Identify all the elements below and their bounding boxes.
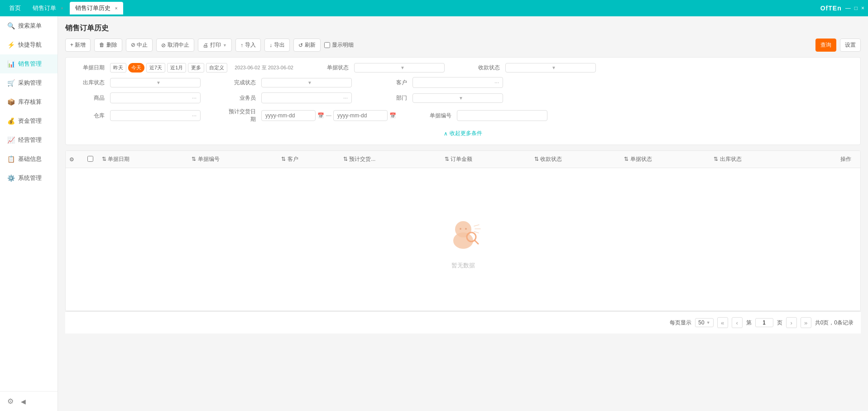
- empty-row: 暂无数据: [66, 168, 860, 311]
- sidebar-item-sales-label: 销售管理: [18, 60, 42, 68]
- delivery-date-from[interactable]: [261, 110, 316, 121]
- complete-status-label: 完成状态: [224, 79, 256, 87]
- search-icon: 🔍: [7, 22, 14, 29]
- new-button[interactable]: + 新增: [65, 39, 91, 52]
- import-button[interactable]: ↑ ↑ 导入 导入: [235, 39, 261, 52]
- sidebar-item-quick-nav[interactable]: ⚡ 快捷导航: [0, 35, 58, 54]
- filter-row-1: 单据日期 昨天 今天 近7天 近1月 更多 自定义 2023-06-02 至 2…: [73, 63, 853, 73]
- sidebar-settings-icon[interactable]: ⚙: [7, 397, 14, 406]
- table-settings-icon[interactable]: ⚙: [69, 156, 74, 163]
- tab-sales-order-close[interactable]: ×: [61, 6, 63, 11]
- goods-input[interactable]: ···: [110, 92, 201, 103]
- th-amount: ⇅ 订单金额: [441, 151, 531, 168]
- page-size-select[interactable]: 50 ▼: [695, 318, 713, 327]
- restore-button[interactable]: □: [854, 5, 858, 11]
- date-yesterday-btn[interactable]: 昨天: [110, 63, 126, 73]
- purchase-icon: 🛒: [7, 79, 14, 87]
- date-today-btn[interactable]: 今天: [128, 63, 144, 73]
- next-page-button[interactable]: ›: [786, 317, 797, 328]
- sidebar-item-search-label: 搜索菜单: [18, 22, 42, 30]
- tab-home[interactable]: 首页: [4, 2, 26, 15]
- prev-page-button[interactable]: ‹: [732, 317, 743, 328]
- customer-input[interactable]: ···: [412, 77, 503, 88]
- th-checkbox[interactable]: [84, 151, 98, 168]
- export-button[interactable]: ↓ 导出: [264, 39, 290, 52]
- select-all-checkbox[interactable]: [87, 156, 93, 162]
- department-select[interactable]: ▼: [412, 93, 503, 103]
- sidebar-item-inventory[interactable]: 📦 库存核算: [0, 92, 58, 111]
- out-status-select[interactable]: ▼: [110, 78, 201, 87]
- first-page-button[interactable]: «: [717, 317, 728, 328]
- settings-button[interactable]: 设置: [840, 39, 861, 52]
- date-more-btn[interactable]: 更多: [188, 63, 204, 73]
- svg-point-3: [465, 228, 467, 230]
- export-icon: ↓: [269, 42, 272, 48]
- svg-line-5: [475, 240, 478, 244]
- calendar-from-icon[interactable]: 📅: [317, 112, 324, 119]
- delete-button[interactable]: 🗑 删除: [94, 39, 122, 52]
- content-area: 销售订单历史 + 新增 🗑 删除 ⊘ 中止 ⊘ 取消中止 🖨 🖨 打印 打印 ▼…: [58, 16, 868, 411]
- salesperson-input[interactable]: ···: [261, 92, 352, 103]
- sidebar-item-purchase[interactable]: 🛒 采购管理: [0, 73, 58, 92]
- date-label: 单据日期: [73, 64, 105, 72]
- stop-button[interactable]: ⊘ 中止: [126, 39, 153, 52]
- table-header-row: ⚙ ⇅ 单据日期 ⇅ 单据编号 ⇅ 客户: [66, 151, 860, 168]
- sidebar: 🔍 搜索菜单 ⚡ 快捷导航 📊 销售管理 🛒 采购管理 📦 库存核算 💰 资金管…: [0, 16, 58, 411]
- salesperson-label: 业务员: [224, 94, 256, 102]
- out-status-arrow-icon: ▼: [156, 80, 197, 85]
- warehouse-label: 仓库: [73, 112, 105, 120]
- basic-info-icon: 📋: [7, 155, 14, 163]
- date-7days-btn[interactable]: 近7天: [146, 63, 165, 73]
- tab-sales-history-close[interactable]: ×: [115, 6, 118, 11]
- sidebar-item-basic-info[interactable]: 📋 基础信息: [0, 150, 58, 169]
- sidebar-collapse-icon[interactable]: ◀: [21, 398, 26, 405]
- receipt-status-select[interactable]: ▼: [505, 63, 596, 73]
- tab-sales-history[interactable]: 销售订单历史 ×: [70, 2, 123, 15]
- calendar-to-icon[interactable]: 📅: [389, 112, 396, 119]
- th-delivery: ⇅ 预计交货...: [340, 151, 441, 168]
- sidebar-item-basic-info-label: 基础信息: [18, 155, 42, 163]
- sidebar-item-search[interactable]: 🔍 搜索菜单: [0, 16, 58, 35]
- finance-icon: 💰: [7, 117, 14, 125]
- date-1month-btn[interactable]: 近1月: [167, 63, 186, 73]
- sidebar-item-system[interactable]: ⚙️ 系统管理: [0, 169, 58, 188]
- minimize-button[interactable]: —: [845, 5, 851, 11]
- tab-sales-history-label: 销售订单历史: [75, 4, 110, 12]
- show-detail-checkbox[interactable]: [324, 42, 330, 48]
- collapse-up-icon: ∧: [444, 131, 448, 137]
- quick-nav-icon: ⚡: [7, 41, 14, 48]
- th-settings[interactable]: ⚙: [66, 151, 84, 168]
- warehouse-dots-icon: ···: [192, 112, 197, 119]
- receipt-status-arrow-icon: ▼: [551, 65, 592, 70]
- query-button[interactable]: 查询: [815, 39, 836, 52]
- svg-line-8: [474, 232, 479, 233]
- warehouse-input[interactable]: ···: [110, 110, 201, 121]
- sidebar-item-sales[interactable]: 📊 销售管理: [0, 54, 58, 73]
- page-size-value: 50: [698, 319, 704, 326]
- refresh-button[interactable]: ↺ 刷新: [293, 39, 321, 52]
- import-icon: ↑: [240, 42, 243, 48]
- inventory-icon: 📦: [7, 98, 14, 106]
- show-detail-label: 显示明细: [332, 41, 354, 49]
- sidebar-item-operations[interactable]: 📈 经营管理: [0, 131, 58, 150]
- collapse-button[interactable]: ∧ 收起更多条件: [442, 128, 484, 139]
- date-custom-btn[interactable]: 自定义: [206, 63, 227, 73]
- cancel-stop-button[interactable]: ⊘ 取消中止: [156, 39, 194, 52]
- th-bill-status-label: ⇅ 单据状态: [624, 156, 652, 162]
- date-separator: —: [326, 112, 331, 119]
- delivery-date-to[interactable]: [333, 110, 388, 121]
- sidebar-item-finance[interactable]: 💰 资金管理: [0, 111, 58, 131]
- th-delivery-label: ⇅ 预计交货...: [343, 156, 375, 162]
- print-button[interactable]: 🖨 🖨 打印 打印 ▼: [198, 39, 232, 52]
- complete-status-select[interactable]: ▼: [261, 78, 352, 87]
- last-page-button[interactable]: »: [801, 317, 811, 328]
- print-icon: 🖨: [203, 42, 208, 48]
- bill-status-select[interactable]: ▼: [354, 63, 445, 73]
- page-number-input[interactable]: [755, 318, 773, 327]
- sidebar-bottom: ⚙ ◀: [0, 391, 58, 411]
- close-button[interactable]: ×: [861, 5, 864, 11]
- bill-number-input[interactable]: [457, 110, 547, 121]
- tab-sales-order[interactable]: 销售订单 ×: [27, 2, 69, 15]
- empty-state: 暂无数据: [69, 173, 857, 306]
- goods-label: 商品: [73, 94, 105, 102]
